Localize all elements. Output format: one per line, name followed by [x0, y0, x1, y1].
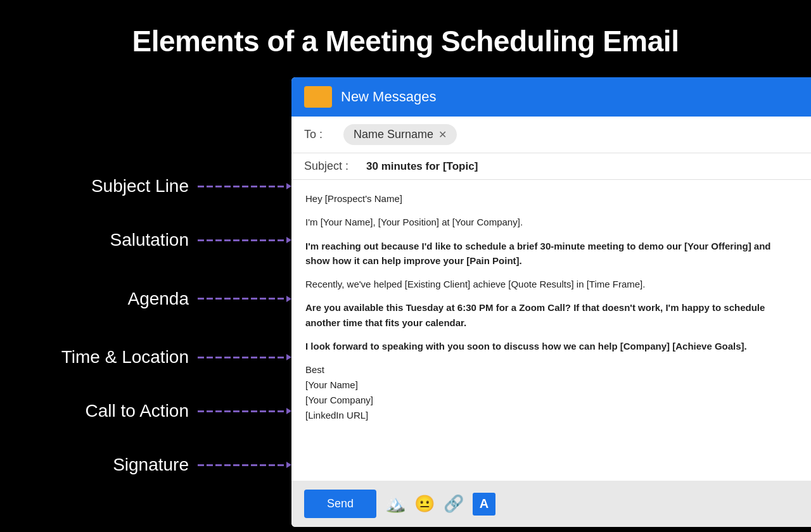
send-button[interactable]: Send [304, 490, 376, 518]
link-icon-button[interactable]: 🔗 [444, 494, 464, 514]
remove-recipient-button[interactable]: ✕ [438, 129, 447, 141]
label-row-signature: Signature [0, 455, 291, 475]
arrow-salutation [286, 237, 291, 243]
email-header: New Messages [291, 77, 811, 117]
page-title: Elements of a Meeting Scheduling Email [0, 0, 811, 77]
label-signature: Signature [113, 455, 189, 475]
signature-line-4: [LinkedIn URL] [305, 408, 797, 423]
signature-block: Best [Your Name] [Your Company] [LinkedI… [305, 362, 797, 423]
label-salutation: Salutation [110, 230, 189, 250]
label-row-agenda: Agenda [0, 289, 291, 309]
signature-line-1: Best [305, 362, 797, 377]
label-row-time-location: Time & Location [0, 347, 291, 367]
label-row-salutation: Salutation [0, 230, 291, 250]
subject-text: 30 minutes for [Topic] [366, 160, 478, 173]
dashed-line-signature [196, 462, 291, 468]
label-agenda: Agenda [127, 289, 189, 309]
dashed-line-time [196, 354, 291, 360]
email-icon-box [304, 86, 332, 108]
email-footer: Send 🏔️ 😐 🔗 A [291, 481, 811, 527]
email-panel: New Messages To : Name Surname ✕ Subject… [291, 77, 811, 527]
image-icon-button[interactable]: 🏔️ [385, 494, 406, 514]
main-layout: Subject Line Salutation Agenda [0, 77, 811, 527]
font-icon-button[interactable]: A [473, 493, 495, 516]
dashed-line-agenda [196, 296, 291, 302]
labels-panel: Subject Line Salutation Agenda [0, 77, 291, 527]
emoji-icon-button[interactable]: 😐 [414, 494, 435, 514]
signature-line-2: [Your Name] [305, 377, 797, 393]
agenda-text: I'm reaching out because I'd like to sch… [305, 239, 797, 269]
to-label: To : [304, 128, 336, 141]
label-time-location: Time & Location [61, 347, 189, 367]
arrow-time [286, 354, 291, 360]
social-proof-text: Recently, we've helped [Existing Client]… [305, 277, 797, 291]
label-row-subject-line: Subject Line [0, 176, 291, 196]
signature-line-3: [Your Company] [305, 393, 797, 408]
time-location-text: Are you available this Tuesday at 6:30 P… [305, 300, 797, 330]
arrow-cta [286, 408, 291, 414]
dashed-line-salutation [196, 237, 291, 243]
label-row-call-to-action: Call to Action [0, 401, 291, 421]
dashed-line-subject [196, 183, 291, 189]
arrow-signature [286, 462, 291, 468]
arrow-agenda [286, 296, 291, 302]
dashed-line-cta [196, 408, 291, 414]
email-subject-row: Subject : 30 minutes for [Topic] [291, 153, 811, 180]
call-to-action-text: I look forward to speaking with you soon… [305, 339, 797, 353]
label-subject-line: Subject Line [91, 176, 189, 196]
email-header-title: New Messages [341, 89, 436, 105]
subject-label: Subject : [304, 160, 361, 173]
email-content: Hey [Prospect's Name] I'm [Your Name], [… [291, 180, 811, 481]
recipient-chip[interactable]: Name Surname ✕ [343, 124, 457, 145]
arrow-subject [286, 183, 291, 189]
salutation-text: Hey [Prospect's Name] [305, 191, 797, 206]
label-call-to-action: Call to Action [86, 401, 189, 421]
email-body: To : Name Surname ✕ Subject : 30 minutes… [291, 117, 811, 481]
email-to-row: To : Name Surname ✕ [291, 117, 811, 153]
intro-text: I'm [Your Name], [Your Position] at [You… [305, 215, 797, 229]
recipient-name: Name Surname [354, 128, 433, 141]
